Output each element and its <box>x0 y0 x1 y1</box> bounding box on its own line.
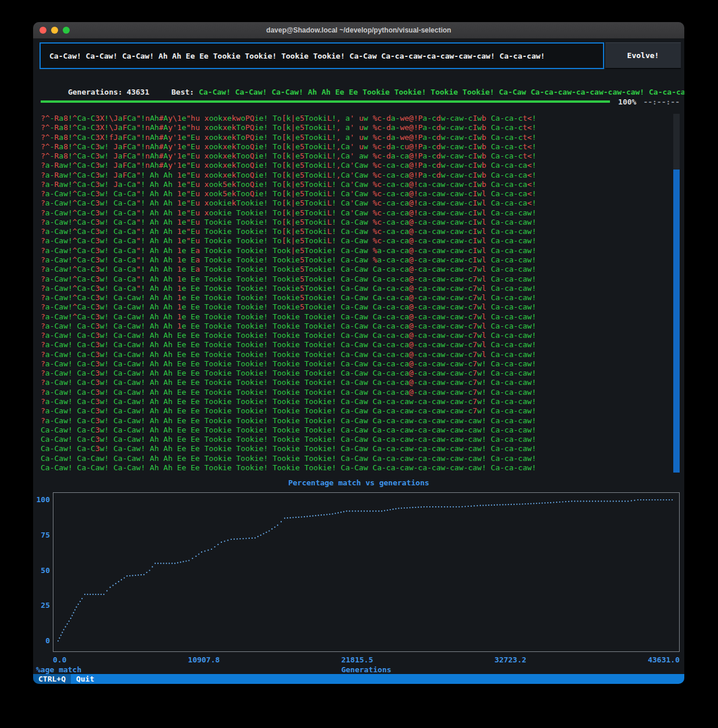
chart-curve-svg <box>53 493 679 651</box>
chart-title: Percentage match vs generations <box>33 478 684 487</box>
log-row: ?a-Caw! Ca-C3w! Ca-Caw! Ah Ah 1e Ee Took… <box>41 322 670 331</box>
log-row: ?^-Ra8!^Ca-C3X!\JaFCa"!nAh#Ay'1e"hu xook… <box>41 123 670 132</box>
log-row: Ca-Caw! Ca-C3w! Ca-Caw! Ah Ah Ee Ee Took… <box>41 435 670 444</box>
log-row: ?a-Caw!^Ca-C3w! Ca-Ca"! Ah Ah 1e Ea Took… <box>41 246 670 255</box>
log-row: Ca-Caw! Ca-Caw! Ca-Caw! Ah Ah Ee Ee Took… <box>41 463 670 473</box>
log-row: ?a-Caw! Ca-C3w! Ca-Caw! Ah Ah Ee Ee Took… <box>41 369 670 378</box>
log-row: ?a-Caw!^Ca-C3w! Ca-Ca"! Ah Ah 1e"Eu Took… <box>41 218 670 227</box>
evolve-button[interactable]: Evolve! <box>605 42 681 69</box>
log-row: ?a-Caw! Ca-C3w! Ca-Caw! Ah Ah Ee Ee Took… <box>41 388 670 397</box>
log-row: ?a-Caw! Ca-C3w! Ca-Caw! Ah Ah Ee Ee Took… <box>41 340 670 349</box>
log-row: ?a-Caw!^Ca-C3w! Ca-Ca"! Ah Ah 1e Ea Took… <box>41 255 670 265</box>
generations-value: 43631 <box>127 88 149 96</box>
log-row: ?^-Ra8!^Ca-C3w! JaFCa"!nAh#Ay'1e"Eu xook… <box>41 142 670 152</box>
x-tick-label: 32723.2 <box>494 655 526 664</box>
log-row: ?a-Caw! Ca-C3w! Ca-Caw! Ah Ah Ee Ee Took… <box>41 406 670 416</box>
log-row: ?^-Ra8!^Ca-C3X!fJaFCa"!nAh#Ay'1e"Eu xook… <box>41 133 670 142</box>
y-tick-label: 100 <box>37 495 50 504</box>
footer-key[interactable]: CTRL+Q <box>33 674 71 684</box>
progress-bar-fill <box>41 100 610 103</box>
log-scrollbar[interactable] <box>673 114 680 473</box>
footer-description[interactable]: Quit <box>76 675 94 683</box>
log-row: ?a-Caw! Ca-C3w! Ca-Caw! Ah Ah Ee Ee Took… <box>41 350 670 359</box>
y-tick-label: 50 <box>41 565 50 574</box>
target-phrase-input[interactable] <box>40 42 604 69</box>
log-row: ?a-Caw!^Ca-C3w! Ca-Ca"! Ah Ah 1e Ee Took… <box>41 275 670 284</box>
log-row: Ca-Caw! Ca-Caw! Ca-Caw! Ah Ah Ee Ee Took… <box>41 454 670 463</box>
y-tick-label: 0 <box>45 636 50 645</box>
progress-eta: --:--:-- <box>643 98 680 106</box>
progress-bar: 100% --:--:-- <box>41 97 680 106</box>
log-row: ?a-Caw!^Ca-C3w! Ca-Caw! Ah Ah 1e Ee Took… <box>41 312 670 322</box>
terminal-window: davep@Shadow.local ~/develop/python/visu… <box>33 22 684 684</box>
log-row: ?a-Raw!^Ca-C3w! JaFCa"! Ah Ah 1e"Eu xook… <box>41 171 670 180</box>
log-row: ?a-Caw! Ca-C3w! Ca-Caw! Ah Ah Ee Ee Took… <box>41 359 670 369</box>
log-row: ?^-Ra8!^Ca-C3w! JaFCa"!nAh#Ay'1e"Eu xook… <box>41 152 670 161</box>
chart-x-axis-caption-row: Generations <box>53 665 680 674</box>
log-row: Ca-Caw! Ca-C3w! Ca-Caw! Ah Ah Ee Ee Took… <box>41 426 670 435</box>
zoom-window-button[interactable] <box>63 27 70 34</box>
chart-plot <box>53 492 680 652</box>
log-row: ?a-Caw!^Ca-C3w! Ca-Ca"! Ah Ah 1e"Eu xook… <box>41 189 670 199</box>
app-body: Evolve! Generations:43631Best:Ca-Caw! Ca… <box>33 39 684 684</box>
log-row: ?a-Caw!^Ca-C3w! Ca-Caw! Ah Ah 1e Ee Took… <box>41 293 670 302</box>
x-tick-label: 10907.8 <box>188 655 220 664</box>
log-row: ?a-Caw!^Ca-C3w! Ca-Ca"! Ah Ah 1e"Eu Took… <box>41 236 670 246</box>
best-value: Ca-Caw! Ca-Caw! Ca-Caw! Ah Ah Ee Ee Took… <box>199 88 684 96</box>
log-row: ?a-Caw! Ca-C3w! Ca-Caw! Ah Ah Ee Ee Took… <box>41 331 670 340</box>
window-controls <box>40 22 70 38</box>
log-lines: ?^-Ra8!^Ca-C3X!\JaFCa"!nAh#Ay\1e"hu xook… <box>41 114 670 473</box>
progress-percent: 100% <box>618 98 636 106</box>
titlebar[interactable]: davep@Shadow.local ~/develop/python/visu… <box>33 22 684 39</box>
log-row: ?a-Caw! Ca-C3w! Ca-Caw! Ah Ah Ee Ee Took… <box>41 378 670 387</box>
y-tick-label: 75 <box>41 530 50 539</box>
chart-x-ticks: 0.010907.821815.532723.243631.0 <box>53 655 680 664</box>
chart-y-axis: 1007550250 <box>38 492 53 652</box>
log-row: Ca-Caw! Ca-C3w! Ca-Caw! Ah Ah Ee Ee Took… <box>41 444 670 453</box>
chart-x-axis-caption: Generations <box>341 665 391 674</box>
toolbar: Evolve! <box>40 42 681 69</box>
log-row: ?a-Caw!^Ca-C3w! Ca-Ca"! Ah Ah 1e"Eu xook… <box>41 208 670 218</box>
log-row: ?a-Caw!^Ca-C3w! Ca-Caw! Ah Ah 1e Ee Took… <box>41 302 670 312</box>
log-row: ?a-Raw!^Ca-C3w! Ja-Ca"! Ah Ah 1e"Eu xook… <box>41 180 670 189</box>
log-row: ?a-Caw!^Ca-C3w! Ca-Ca"! Ah Ah 1e Ee Took… <box>41 284 670 293</box>
log-row: ?a-Caw! Ca-C3w! Ca-Caw! Ah Ah Ee Ee Took… <box>41 397 670 406</box>
log-row: ?^-Ra8!^Ca-C3X!\JaFCa"!nAh#Ay\1e"hu xook… <box>41 114 670 123</box>
x-tick-label: 21815.5 <box>341 655 373 664</box>
close-window-button[interactable] <box>40 27 46 34</box>
log-row: ?a-Caw!^Ca-C3w! Ca-Ca"! Ah Ah 1e"Eu xook… <box>41 199 670 208</box>
footer[interactable]: CTRL+Q Quit <box>33 674 684 684</box>
minimize-window-button[interactable] <box>51 27 58 34</box>
chart: 1007550250 <box>38 492 680 652</box>
log-row: ?a-Caw!^Ca-C3w! Ca-Ca"! Ah Ah 1e"Eu Took… <box>41 227 670 236</box>
y-tick-label: 25 <box>41 601 50 610</box>
window-title: davep@Shadow.local ~/develop/python/visu… <box>266 26 451 34</box>
best-label: Best: <box>171 88 194 96</box>
log-scrollbar-thumb[interactable] <box>673 170 680 473</box>
generations-label: Generations: <box>68 88 123 96</box>
evolution-log[interactable]: ?^-Ra8!^Ca-C3X!\JaFCa"!nAh#Ay\1e"hu xook… <box>41 114 680 473</box>
x-tick-label: 43631.0 <box>648 655 680 664</box>
log-row: ?a-Caw! Ca-C3w! Ca-Caw! Ah Ah Ee Ee Took… <box>41 416 670 426</box>
log-row: ?a-Caw!^Ca-C3w! Ca-Ca"! Ah Ah 1e Ea Took… <box>41 265 670 274</box>
x-tick-label: 0.0 <box>53 655 66 664</box>
log-row: ?a-Raw!^Ca-C3w! JaFCa"!nAh#Ay'1e"Eu xook… <box>41 161 670 170</box>
